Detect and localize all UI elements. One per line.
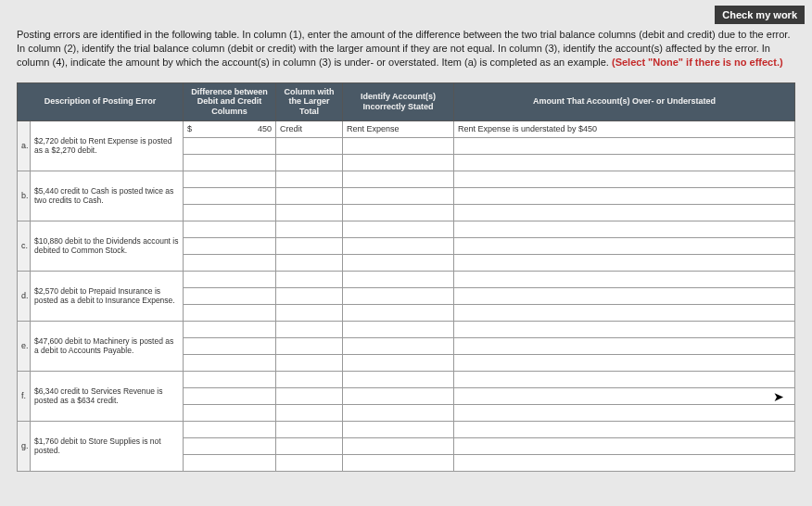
table-row: e.$47,600 debit to Machinery is posted a… xyxy=(18,321,795,337)
empty-input[interactable] xyxy=(343,437,454,454)
amount-over-under-input[interactable] xyxy=(454,221,795,237)
cursor-icon: ➤ xyxy=(773,389,784,404)
larger-total-input[interactable] xyxy=(276,171,343,187)
empty-input[interactable] xyxy=(184,354,276,371)
larger-total-input[interactable] xyxy=(276,321,343,337)
empty-input[interactable] xyxy=(276,354,343,371)
amount-over-under-input[interactable] xyxy=(454,321,795,337)
row-description: $47,600 debit to Machinery is posted as … xyxy=(31,321,184,371)
empty-input[interactable] xyxy=(276,137,343,154)
difference-input[interactable] xyxy=(184,171,276,187)
amount-over-under-input[interactable]: Rent Expense is understated by $450 xyxy=(454,120,795,137)
table-row: c.$10,880 debit to the Dividends account… xyxy=(18,221,795,237)
empty-input[interactable] xyxy=(343,204,454,221)
empty-input[interactable] xyxy=(454,204,795,221)
empty-input[interactable] xyxy=(276,454,343,471)
empty-input[interactable] xyxy=(184,137,276,154)
amount-over-under-input[interactable] xyxy=(454,371,795,387)
empty-input[interactable] xyxy=(184,287,276,304)
difference-input[interactable] xyxy=(184,371,276,387)
empty-input[interactable] xyxy=(184,204,276,221)
empty-input[interactable] xyxy=(184,387,276,404)
empty-input[interactable] xyxy=(454,437,795,454)
empty-input[interactable] xyxy=(343,354,454,371)
empty-input[interactable] xyxy=(276,237,343,254)
amount-over-under-input[interactable] xyxy=(454,271,795,287)
amount-over-under-input[interactable] xyxy=(454,171,795,187)
empty-input[interactable] xyxy=(343,404,454,421)
empty-input[interactable] xyxy=(276,204,343,221)
difference-input[interactable]: $450 xyxy=(184,120,276,137)
empty-input[interactable] xyxy=(184,254,276,271)
empty-input[interactable] xyxy=(343,137,454,154)
identify-account-input[interactable] xyxy=(343,171,454,187)
empty-input[interactable] xyxy=(276,404,343,421)
row-description: $2,570 debit to Prepaid Insurance is pos… xyxy=(31,271,184,321)
empty-input[interactable] xyxy=(343,187,454,204)
empty-input[interactable] xyxy=(343,304,454,321)
empty-input[interactable] xyxy=(454,304,795,321)
larger-total-input[interactable]: Credit xyxy=(276,120,343,137)
row-description: $6,340 credit to Services Revenue is pos… xyxy=(31,371,184,421)
empty-input[interactable] xyxy=(343,154,454,171)
larger-total-input[interactable] xyxy=(276,421,343,437)
empty-input[interactable] xyxy=(184,304,276,321)
empty-input[interactable] xyxy=(184,154,276,171)
empty-input[interactable] xyxy=(454,404,795,421)
difference-input[interactable] xyxy=(184,221,276,237)
empty-input[interactable] xyxy=(454,337,795,354)
empty-input[interactable] xyxy=(184,454,276,471)
larger-total-input[interactable] xyxy=(276,271,343,287)
empty-input[interactable] xyxy=(343,254,454,271)
empty-input[interactable] xyxy=(276,187,343,204)
identify-account-input[interactable] xyxy=(343,321,454,337)
empty-input[interactable] xyxy=(454,387,795,404)
row-label: e. xyxy=(18,321,31,371)
empty-input[interactable] xyxy=(343,337,454,354)
empty-input[interactable] xyxy=(454,154,795,171)
check-my-work-button[interactable]: Check my work xyxy=(715,6,805,24)
identify-account-input[interactable] xyxy=(343,421,454,437)
empty-input[interactable] xyxy=(454,254,795,271)
empty-input[interactable] xyxy=(276,254,343,271)
empty-input[interactable] xyxy=(343,387,454,404)
identify-account-input[interactable] xyxy=(343,271,454,287)
row-label: g. xyxy=(18,421,31,471)
empty-input[interactable] xyxy=(184,437,276,454)
empty-input[interactable] xyxy=(454,354,795,371)
empty-input[interactable] xyxy=(343,237,454,254)
row-label: f. xyxy=(18,371,31,421)
empty-input[interactable] xyxy=(184,404,276,421)
row-description: $1,760 debit to Store Supplies is not po… xyxy=(31,421,184,471)
empty-input[interactable] xyxy=(454,137,795,154)
identify-account-input[interactable] xyxy=(343,221,454,237)
empty-input[interactable] xyxy=(276,387,343,404)
row-description: $2,720 debit to Rent Expense is posted a… xyxy=(31,120,184,171)
larger-total-input[interactable] xyxy=(276,221,343,237)
difference-input[interactable] xyxy=(184,421,276,437)
empty-input[interactable] xyxy=(276,304,343,321)
difference-input[interactable] xyxy=(184,271,276,287)
empty-input[interactable] xyxy=(184,237,276,254)
row-description: $10,880 debit to the Dividends account i… xyxy=(31,221,184,271)
header-identify: Identify Account(s) Incorrectly Stated xyxy=(343,82,454,120)
empty-input[interactable] xyxy=(454,187,795,204)
empty-input[interactable] xyxy=(343,287,454,304)
empty-input[interactable] xyxy=(343,454,454,471)
empty-input[interactable] xyxy=(454,454,795,471)
empty-input[interactable] xyxy=(276,337,343,354)
empty-input[interactable] xyxy=(276,154,343,171)
empty-input[interactable] xyxy=(454,287,795,304)
empty-input[interactable] xyxy=(276,287,343,304)
difference-input[interactable] xyxy=(184,321,276,337)
empty-input[interactable] xyxy=(184,337,276,354)
larger-total-input[interactable] xyxy=(276,371,343,387)
table-row: b.$5,440 credit to Cash is posted twice … xyxy=(18,171,795,187)
amount-over-under-input[interactable] xyxy=(454,421,795,437)
identify-account-input[interactable]: Rent Expense xyxy=(343,120,454,137)
identify-account-input[interactable] xyxy=(343,371,454,387)
empty-input[interactable] xyxy=(454,237,795,254)
instructions-highlight: (Select "None" if there is no effect.) xyxy=(612,57,783,68)
empty-input[interactable] xyxy=(184,187,276,204)
empty-input[interactable] xyxy=(276,437,343,454)
